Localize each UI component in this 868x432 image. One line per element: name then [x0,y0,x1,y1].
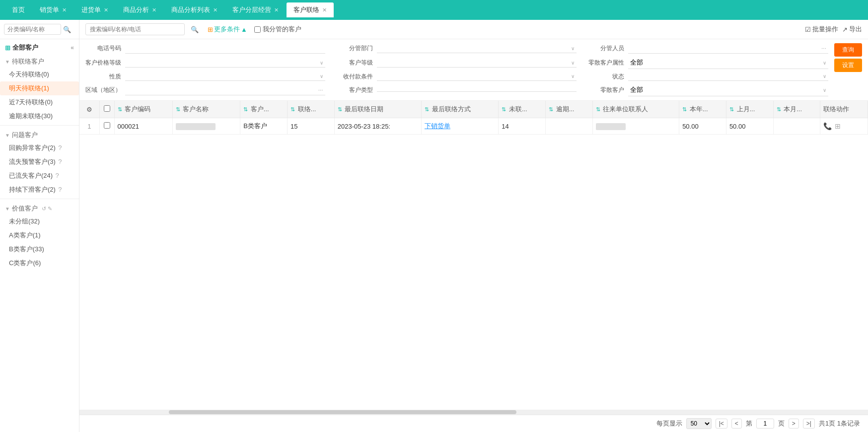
sort-icon[interactable]: ⇅ [338,106,342,112]
sort-icon[interactable]: ⇅ [682,106,687,112]
row-checkbox[interactable] [104,122,110,129]
sidebar-item-tomorrow-pending[interactable]: 明天待联络(1) [0,81,79,95]
pending-group-title: ▼ 待联络客户 [0,54,79,68]
main-layout: 🔍 ⊞ 全部客户 « ▼ 待联络客户 今天待联络(0) 明天待联络(1) 近7天… [0,20,868,432]
batch-ops-button[interactable]: ☑ 批量操作 [805,25,838,34]
top-nav: 首页 销货单 ✕ 进货单 ✕ 商品分析 ✕ 商品分析列表 ✕ 客户分层经营 ✕ … [0,0,868,20]
sidebar-item-class-c[interactable]: C类客户(6) [0,256,79,270]
close-icon[interactable]: ✕ [104,7,108,13]
sidebar-item-repurchase-abnormal[interactable]: 回购异常客户(2) ? [0,141,79,155]
sidebar-item-overdue-pending[interactable]: 逾期未联络(30) [0,109,79,123]
th-checkbox[interactable] [99,101,114,118]
sort-icon[interactable]: ⇅ [290,106,295,112]
horizontal-scrollbar[interactable] [79,410,868,415]
sort-icon[interactable]: ⇅ [176,106,180,112]
sidebar-item-7days-pending[interactable]: 近7天待联络(0) [0,95,79,109]
sidebar-item-class-b[interactable]: B类客户(33) [0,242,79,256]
sort-icon[interactable]: ⇅ [777,106,781,112]
chevron-down-icon: ∨ [823,73,826,79]
per-page-select[interactable]: 50 100 200 [686,418,712,429]
query-button[interactable]: 查询 [834,43,862,57]
grid-action-icon[interactable]: ⊞ [835,122,841,130]
dept-select[interactable]: ∨ [377,44,577,53]
payment-terms-select[interactable]: ∨ [377,72,577,81]
nav-item-customer-contact[interactable]: 客户联络 ✕ [287,2,334,17]
nav-item-purchase[interactable]: 进货单 ✕ [74,2,115,17]
sort-icon[interactable]: ⇅ [243,106,248,112]
td-customer-code: 000021 [114,118,172,135]
sidebar-divider [0,125,79,126]
sort-icon[interactable]: ⇅ [549,106,553,112]
sidebar-search-input[interactable] [4,24,61,35]
sidebar-item-churn-warning[interactable]: 流失预警客户(3) ? [0,155,79,169]
retail-customer-select[interactable]: 全部 ∨ [628,84,828,96]
setup-button[interactable]: 设置 [834,59,862,72]
th-customer-name: ⇅ 客户名称 [172,101,240,118]
sidebar-search-area: 🔍 [0,20,79,39]
phone-action-icon[interactable]: 📞 [823,122,832,130]
th-actions: 联络动作 [820,101,868,118]
my-customers-checkbox-label[interactable]: 我分管的客户 [254,25,301,34]
customer-level-label: 客户等级 [337,59,377,67]
total-records-label: 共1页 1条记录 [819,419,860,428]
close-icon[interactable]: ✕ [274,7,279,13]
phone-field: 电话号码 [85,43,325,54]
sidebar-item-today-pending[interactable]: 今天待联络(0) [0,68,79,81]
first-page-button[interactable]: |< [716,419,727,429]
close-icon[interactable]: ✕ [322,7,327,13]
more-conditions-button[interactable]: ⊞ 更多条件 ▲ [205,23,250,36]
customer-type-select[interactable] [377,88,577,92]
dept-field[interactable]: 分管部门 ∨ [337,44,577,53]
phone-input[interactable] [125,43,325,54]
th-settings[interactable]: ⚙ [79,101,99,118]
last-page-button[interactable]: >| [803,419,815,429]
prev-page-button[interactable]: < [731,419,742,429]
manager-label: 分管人员 [588,44,628,53]
collapse-icon[interactable]: « [71,44,74,51]
value-group-title: ▼ 价值客户 ↺ ✎ [0,201,79,215]
my-customers-checkbox[interactable] [254,26,261,33]
sort-icon[interactable]: ⇅ [596,106,600,112]
td-last-contact-method[interactable]: 下销货单 [422,118,499,135]
chevron-down-icon: ∨ [571,73,575,79]
status-select[interactable]: ∨ [628,72,828,81]
scrollbar-thumb[interactable] [169,410,516,414]
close-icon[interactable]: ✕ [213,7,217,13]
sort-icon[interactable]: ⇅ [502,106,506,112]
filter-actions: ☑ 批量操作 ↗ 导出 [805,25,862,34]
search-icon[interactable]: 🔍 [189,24,201,35]
nature-select[interactable]: ∨ [125,72,325,81]
sidebar-item-declining[interactable]: 持续下滑客户(2) ? [0,183,79,197]
price-level-label: 客户价格等级 [85,59,125,67]
close-icon[interactable]: ✕ [62,7,67,13]
sidebar-item-ungrouped[interactable]: 未分组(32) [0,215,79,228]
page-input[interactable] [756,419,774,429]
chevron-down-icon: ∨ [320,73,323,79]
nav-item-analysis[interactable]: 商品分析 ✕ [116,2,163,17]
price-level-select[interactable]: ∨ [125,59,325,68]
nature-label: 性质 [85,72,125,81]
sidebar-search-icon[interactable]: 🔍 [63,26,71,33]
nav-item-analysis-list[interactable]: 商品分析列表 ✕ [164,2,224,17]
adv-filter-row2: 客户价格等级 ∨ 客户等级 ∨ [85,57,828,69]
adv-filter-row4: 区域（地区） ··· 客户类型 [85,84,828,96]
sort-icon[interactable]: ⇅ [729,106,734,112]
export-button[interactable]: ↗ 导出 [842,25,862,34]
sidebar-item-churned[interactable]: 已流失客户(24) ? [0,169,79,183]
close-icon[interactable]: ✕ [152,7,156,13]
customer-level-select[interactable]: ∨ [377,59,577,68]
search-input[interactable] [85,23,185,35]
sort-icon[interactable]: ⇅ [118,106,122,112]
nav-item-customer-tier[interactable]: 客户分层经营 ✕ [225,2,286,17]
manager-field: 分管人员 ··· [588,43,828,54]
nav-item-sales[interactable]: 销货单 ✕ [33,2,73,17]
retail-attr-select[interactable]: 全部 ∨ [628,57,828,69]
select-all-checkbox[interactable] [104,105,110,112]
sidebar-item-class-a[interactable]: A类客户(1) [0,228,79,242]
next-page-button[interactable]: > [789,419,799,429]
region-select[interactable]: ··· [125,85,325,95]
td-checkbox[interactable] [99,118,114,135]
sort-icon[interactable]: ⇅ [425,106,429,112]
manager-select[interactable]: ··· [628,43,828,54]
nav-item-home[interactable]: 首页 [5,2,32,17]
